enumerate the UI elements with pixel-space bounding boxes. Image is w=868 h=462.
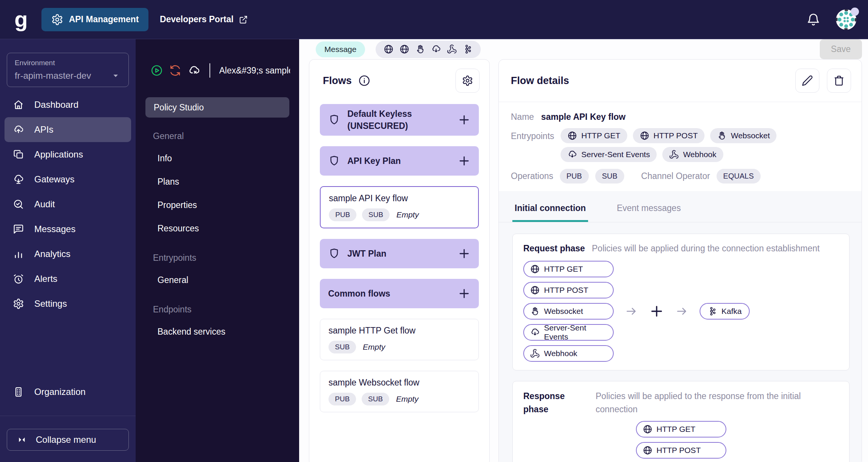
main-header: Message Save [299, 39, 868, 59]
sidebar-item-messages[interactable]: Messages [5, 217, 131, 242]
sidebar-item-analytics[interactable]: Analytics [5, 242, 131, 266]
api-nav-section-entrypoints: Entrypoints [136, 240, 299, 263]
flow-title: sample API Key flow [329, 193, 470, 203]
server-sent-events-icon [567, 150, 577, 159]
response-phase-description: Policies will be applied to the response… [596, 390, 839, 416]
info-icon[interactable] [358, 75, 370, 87]
delete-flow-button[interactable] [827, 69, 851, 93]
collapse-menu-label: Collapse menu [36, 434, 96, 445]
developers-portal-link[interactable]: Developers Portal [160, 14, 248, 24]
globe-icon [640, 131, 649, 141]
empty-label: Empty [396, 210, 419, 219]
bell-icon[interactable] [806, 12, 821, 27]
plan-label: API Key Plan [347, 155, 401, 167]
shield-icon [328, 248, 340, 260]
group-row-common-flows[interactable]: Common flows [320, 279, 479, 308]
globe-icon [643, 445, 653, 455]
entrypoint-chip-websocket: Websocket [710, 128, 777, 143]
api-nav-item-resources[interactable]: Resources [136, 217, 299, 240]
flow-row-sample-http-get[interactable]: sample HTTP Get flow SUB Empty [320, 319, 479, 360]
environment-value: fr-apim-master-dev [15, 70, 91, 81]
flow-name-value: sample API Key flow [541, 112, 625, 122]
plan-row-default-keyless[interactable]: Default Keyless (UNSECURED) [320, 104, 479, 136]
gravitee-logo: g [11, 9, 31, 29]
flow-details-panel: Flow details Name sample API Key flow [498, 59, 862, 462]
arrow-right-icon [675, 305, 688, 318]
plan-row-jwt[interactable]: JWT Plan [320, 239, 479, 268]
empty-label: Empty [396, 395, 419, 404]
add-flow-icon[interactable] [458, 247, 471, 260]
sidebar-item-label: APIs [34, 124, 53, 135]
globe-icon [399, 44, 410, 54]
api-management-button[interactable]: API Management [41, 8, 148, 31]
sidebar-item-alerts[interactable]: Alerts [5, 266, 131, 291]
server-sent-events-icon [431, 44, 441, 54]
add-flow-icon[interactable] [458, 287, 471, 300]
flow-row-sample-websocket[interactable]: sample Websocket flow PUB SUB Empty [320, 371, 479, 412]
add-policy-icon[interactable] [649, 304, 664, 319]
trash-icon [833, 75, 845, 86]
phase-chip-http-post[interactable]: HTTP POST [636, 442, 726, 459]
search-check-icon [13, 199, 24, 210]
avatar-status-badge [851, 8, 859, 16]
shield-icon [328, 155, 340, 167]
redeploy-icon[interactable] [169, 64, 181, 76]
phase-chip-websocket[interactable]: Websocket [523, 303, 614, 320]
channel-operator-value-pill: EQUALS [717, 169, 761, 184]
add-flow-icon[interactable] [458, 113, 471, 126]
sidebar-item-audit[interactable]: Audit [5, 192, 131, 217]
collapse-menu-button[interactable]: Collapse menu [7, 429, 129, 451]
phase-chip-webhook[interactable]: Webhook [523, 345, 614, 362]
phase-chip-http-get[interactable]: HTTP GET [523, 261, 614, 277]
empty-label: Empty [363, 343, 385, 352]
sub-operation-pill: SUB [595, 169, 624, 184]
flows-panel: Flows Default Keyless (UNSECURED) [309, 59, 490, 462]
sidebar-item-apis[interactable]: APIs [5, 117, 131, 142]
add-flow-icon[interactable] [458, 155, 471, 167]
environment-select[interactable]: Environment fr-apim-master-dev [7, 53, 129, 87]
api-nav-section-general: General [136, 118, 299, 141]
cloud-download-icon [13, 174, 24, 185]
main-content: Message Save Flows [299, 39, 868, 462]
edit-flow-button[interactable] [795, 69, 819, 93]
sidebar-item-gateways[interactable]: Gateways [5, 167, 131, 192]
phase-chip-http-get[interactable]: HTTP GET [636, 421, 726, 438]
chevron-down-icon [110, 70, 121, 81]
plan-row-api-key[interactable]: API Key Plan [320, 146, 479, 176]
sidebar-item-applications[interactable]: Applications [5, 142, 131, 167]
start-api-icon[interactable] [151, 64, 163, 76]
cloud-unpublished-icon[interactable] [188, 64, 200, 77]
building-icon [13, 386, 24, 398]
websocket-icon [717, 131, 727, 141]
api-nav-item-backend-services[interactable]: Backend services [136, 320, 299, 343]
endpoint-chip-kafka[interactable]: Kafka [700, 303, 750, 320]
developers-portal-label: Developers Portal [160, 14, 234, 24]
phase-chip-http-post[interactable]: HTTP POST [523, 282, 614, 298]
collapse-icon [17, 435, 27, 445]
api-nav-item-entrypoints-general[interactable]: General [136, 268, 299, 292]
top-bar: g API Management Developers Portal [0, 0, 868, 39]
shield-icon [328, 114, 340, 126]
flows-settings-button[interactable] [455, 69, 480, 93]
user-avatar[interactable] [836, 9, 857, 30]
api-nav-item-plans[interactable]: Plans [136, 170, 299, 193]
flow-details-tabs: Initial connection Event messages [499, 191, 862, 222]
api-nav-item-info[interactable]: Info [136, 147, 299, 170]
arrow-right-icon [625, 305, 638, 318]
tab-event-messages[interactable]: Event messages [614, 191, 683, 222]
sidebar-item-organization[interactable]: Organization [5, 379, 131, 404]
sidebar-item-settings[interactable]: Settings [5, 291, 131, 316]
tab-initial-connection[interactable]: Initial connection [512, 191, 588, 222]
flow-row-sample-api-key[interactable]: sample API Key flow PUB SUB Empty [320, 186, 479, 228]
entrypoint-chip-http-post: HTTP POST [633, 128, 704, 143]
globe-icon [567, 131, 577, 141]
api-nav-item-properties[interactable]: Properties [136, 193, 299, 217]
api-nav-item-policy-studio[interactable]: Policy Studio [145, 97, 289, 118]
environment-label: Environment [15, 59, 121, 67]
save-button[interactable]: Save [820, 39, 862, 59]
external-link-icon [238, 15, 248, 24]
sidebar-item-dashboard[interactable]: Dashboard [5, 92, 131, 117]
bar-chart-icon [13, 248, 24, 260]
websocket-icon [530, 306, 540, 316]
phase-chip-sse[interactable]: Server-Sent Events [523, 324, 614, 341]
